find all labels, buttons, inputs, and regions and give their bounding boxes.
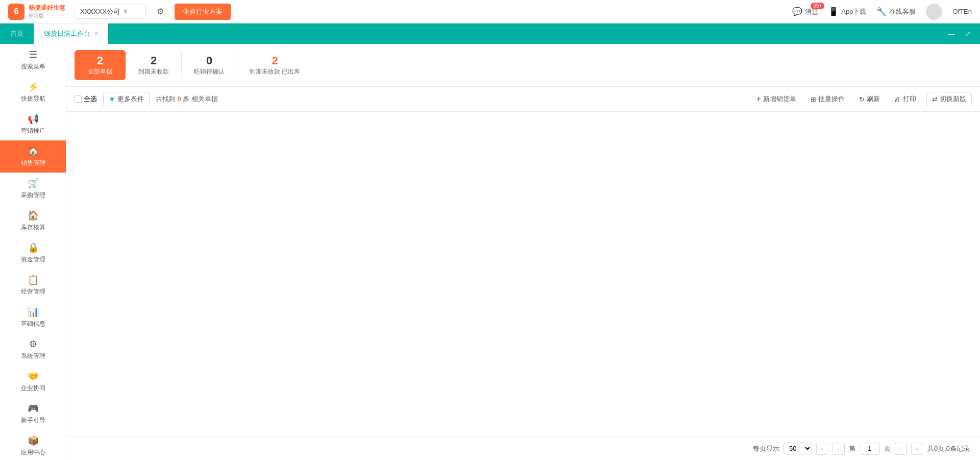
sidebar-item-cooperation[interactable]: 🤝 企业协同 <box>0 366 66 398</box>
per-page-select[interactable]: 50 10 20 100 <box>783 443 812 454</box>
print-btn[interactable]: 🖨 打印 <box>890 92 920 106</box>
sidebar-label-sales: 销售管理 <box>21 159 45 167</box>
select-all-checkbox[interactable]: 全选 <box>75 94 97 104</box>
sidebar-item-guide[interactable]: 🎮 新手引导 <box>0 398 66 430</box>
operations-icon: 📋 <box>28 274 39 285</box>
batch-label: 批量操作 <box>818 94 845 104</box>
sidebar-item-purchase[interactable]: 🛒 采购管理 <box>0 173 66 205</box>
last-page-btn[interactable]: » <box>911 443 923 455</box>
page-input[interactable] <box>860 443 880 455</box>
table-area <box>66 112 980 437</box>
stat-tab-overdue[interactable]: 2 到期未收款 <box>126 50 181 80</box>
stat-label-all: 全部单据 <box>88 67 112 76</box>
content-area: 2 全部单据 2 到期未收款 0 旺辅待确认 2 到期未收款 已出库 <box>66 44 980 460</box>
total-label: 共0页,0条记录 <box>927 444 970 453</box>
sidebar-label-guide: 新手引导 <box>21 416 45 425</box>
sidebar-label-app-center: 应用中心 <box>21 448 45 457</box>
company-selector[interactable]: XXXXXX公司 ▼ <box>75 5 146 19</box>
sidebar-item-marketing[interactable]: 📢 营销推广 <box>0 108 66 140</box>
stat-tab-shipped[interactable]: 2 到期未收款 已出库 <box>237 50 312 80</box>
sidebar-label-basic-info: 基础信息 <box>21 320 45 328</box>
stats-tabs: 2 全部单据 2 到期未收款 0 旺辅待确认 2 到期未收款 已出库 <box>66 44 980 87</box>
batch-operation-btn[interactable]: ⊞ 批量操作 <box>806 92 849 106</box>
username-label[interactable]: OfTEn <box>952 8 972 15</box>
logo-icon: 6 <box>8 4 24 20</box>
download-icon: 📱 <box>828 7 839 16</box>
tab-home[interactable]: 首页 <box>0 23 34 44</box>
settings-icon[interactable]: ⚙ <box>152 4 168 20</box>
gear-icon: ⚙ <box>157 7 164 16</box>
stat-tab-wang[interactable]: 0 旺辅待确认 <box>182 50 237 80</box>
main-layout: ☰ 搜索菜单 ⚡ 快捷导航 📢 营销推广 🏠 销售管理 🛒 采购管理 🏠 库存核… <box>0 44 980 460</box>
logo-text: 畅捷通好生意 标准版 <box>29 4 65 19</box>
per-page-label: 每页显示 <box>753 444 779 453</box>
sidebar-item-app-center[interactable]: 📦 应用中心 <box>0 430 66 460</box>
online-service-label: 在线客服 <box>889 7 916 16</box>
stat-tab-all[interactable]: 2 全部单据 <box>75 50 126 80</box>
sidebar-item-quick-nav[interactable]: ⚡ 快捷导航 <box>0 76 66 108</box>
refresh-label: 刷新 <box>867 94 880 104</box>
sidebar-item-system[interactable]: ⚙ 系统管理 <box>0 333 66 366</box>
online-service-action[interactable]: 🔧 在线客服 <box>876 7 916 16</box>
plus-icon: + <box>756 94 761 104</box>
checkbox-box <box>75 95 82 103</box>
search-menu-icon: ☰ <box>28 49 39 60</box>
switch-new-version-btn[interactable]: ⇄ 切换新版 <box>926 92 972 106</box>
messages-action[interactable]: 💬 消息 99+ <box>792 7 818 16</box>
tab-minimize-btn[interactable]: — <box>945 28 958 40</box>
refresh-icon: ↻ <box>859 95 865 103</box>
sidebar-label-quick-nav: 快捷导航 <box>21 94 45 103</box>
avatar[interactable] <box>926 4 942 20</box>
refresh-btn[interactable]: ↻ 刷新 <box>855 92 884 106</box>
stat-num-overdue: 2 <box>151 54 157 67</box>
purchase-icon: 🛒 <box>28 178 39 189</box>
sidebar-label-operations: 经营管理 <box>21 287 45 296</box>
stat-label-overdue: 到期未收款 <box>138 67 169 76</box>
page-label-suffix: 页 <box>884 444 891 453</box>
tab-expand-btn[interactable]: ⤢ <box>962 28 974 40</box>
guide-icon: 🎮 <box>28 403 39 414</box>
logo-area: 6 畅捷通好生意 标准版 <box>8 4 75 20</box>
next-page-btn[interactable]: › <box>895 443 907 455</box>
sidebar-item-finance[interactable]: 🔒 资金管理 <box>0 237 66 269</box>
switch-icon: ⇄ <box>932 95 938 103</box>
sidebar-label-system: 系统管理 <box>21 352 45 360</box>
sidebar: ☰ 搜索菜单 ⚡ 快捷导航 📢 营销推广 🏠 销售管理 🛒 采购管理 🏠 库存核… <box>0 44 66 460</box>
top-header: 6 畅捷通好生意 标准版 XXXXXX公司 ▼ ⚙ 体验行业方案 💬 消息 99… <box>0 0 980 23</box>
chevron-down-icon: ▼ <box>123 9 128 14</box>
stat-num-all: 2 <box>97 54 103 67</box>
message-icon: 💬 <box>792 7 802 16</box>
app-download-label: App下载 <box>841 7 866 16</box>
sidebar-item-inventory[interactable]: 🏠 库存核算 <box>0 205 66 237</box>
sidebar-item-operations[interactable]: 📋 经营管理 <box>0 269 66 301</box>
sidebar-item-basic-info[interactable]: 📊 基础信息 <box>0 301 66 333</box>
toolbar-right: + 新增销货单 ⊞ 批量操作 ↻ 刷新 🖨 打印 ⇄ 切换新版 <box>752 92 972 106</box>
select-all-label: 全选 <box>84 94 97 104</box>
tab-bar: 首页 钱货日清工作台 × — ⤢ <box>0 23 980 44</box>
app-download-action[interactable]: 📱 App下载 <box>828 7 866 16</box>
service-icon: 🔧 <box>876 7 887 16</box>
print-icon: 🖨 <box>894 95 901 103</box>
brand-name: 畅捷通好生意 <box>29 4 65 12</box>
prev-page-btn[interactable]: ‹ <box>832 443 845 455</box>
finance-icon: 🔒 <box>28 242 39 253</box>
tab-close-icon[interactable]: × <box>94 30 98 37</box>
page-label: 第 <box>849 444 855 453</box>
filter-icon: ▼ <box>109 95 115 103</box>
stat-label-shipped: 到期未收款 已出库 <box>250 67 300 76</box>
basic-info-icon: 📊 <box>28 306 39 318</box>
more-conditions-btn[interactable]: ▼ 更多条件 <box>103 92 150 106</box>
first-page-btn[interactable]: « <box>816 443 828 455</box>
sidebar-item-sales[interactable]: 🏠 销售管理 <box>0 140 66 173</box>
app-center-icon: 📦 <box>28 435 39 446</box>
trial-button[interactable]: 体验行业方案 <box>175 4 231 20</box>
tab-workbench-label: 钱货日清工作台 <box>44 29 90 38</box>
add-sales-label: 新增销货单 <box>763 94 796 104</box>
add-sales-order-btn[interactable]: + 新增销货单 <box>752 92 800 106</box>
sidebar-label-marketing: 营销推广 <box>21 127 45 135</box>
sidebar-label-inventory: 库存核算 <box>21 223 45 232</box>
sidebar-item-search-menu[interactable]: ☰ 搜索菜单 <box>0 44 66 76</box>
sidebar-label-purchase: 采购管理 <box>21 191 45 200</box>
tab-workbench[interactable]: 钱货日清工作台 × <box>34 23 108 44</box>
found-prefix: 共找到 <box>156 95 176 103</box>
